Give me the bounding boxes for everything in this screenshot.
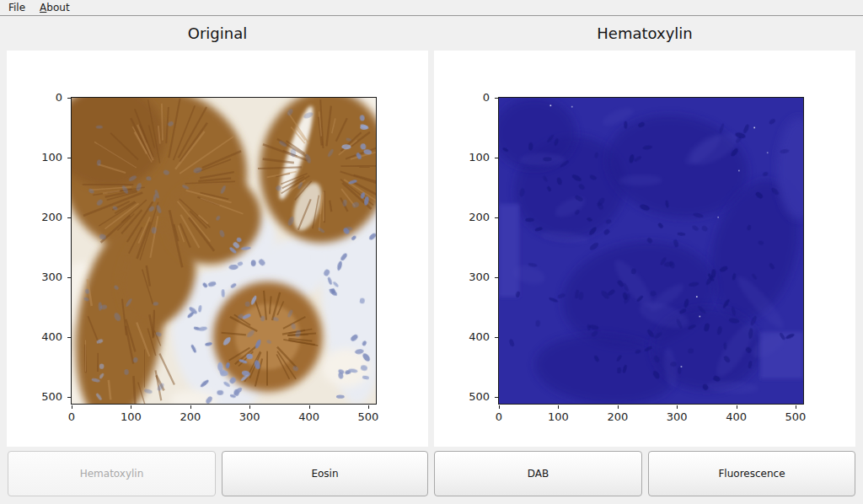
y-tick-label: 200 xyxy=(7,211,62,224)
button-dab[interactable]: DAB xyxy=(434,451,642,496)
x-tick-mark xyxy=(796,405,796,409)
figure-panel-original: 01002003004005000100200300400500 xyxy=(7,51,428,447)
y-tick-label: 300 xyxy=(7,271,62,284)
x-tick-mark xyxy=(618,405,619,409)
figure-title-hematoxylin: Hematoxylin xyxy=(434,24,855,42)
application-window: FileAbout Original Hematoxylin 010020030… xyxy=(0,0,863,504)
y-tick-mark xyxy=(495,277,498,278)
x-tick-mark xyxy=(249,405,250,409)
y-tick-label: 500 xyxy=(434,390,490,404)
y-tick-label: 0 xyxy=(7,91,62,105)
x-tick-mark xyxy=(72,405,72,409)
x-tick-label: 500 xyxy=(347,410,389,424)
figure-title-original: Original xyxy=(7,24,428,42)
button-eosin[interactable]: Eosin xyxy=(222,451,428,496)
x-tick-label: 100 xyxy=(110,410,152,424)
y-tick-mark xyxy=(495,158,498,158)
x-tick-mark xyxy=(368,405,369,409)
x-tick-label: 200 xyxy=(597,410,639,424)
y-tick-mark xyxy=(67,98,71,99)
y-tick-label: 500 xyxy=(7,390,62,404)
y-tick-label: 100 xyxy=(7,151,62,164)
x-tick-mark xyxy=(737,405,737,409)
button-fluorescence[interactable]: Fluorescence xyxy=(648,451,855,496)
x-tick-label: 400 xyxy=(716,410,758,424)
original-micrograph xyxy=(72,98,376,404)
x-tick-label: 300 xyxy=(228,410,271,424)
x-tick-mark xyxy=(558,405,559,409)
y-tick-mark xyxy=(67,397,71,398)
x-tick-mark xyxy=(131,405,131,409)
y-tick-mark xyxy=(495,397,498,398)
y-tick-label: 200 xyxy=(434,211,490,224)
y-tick-label: 300 xyxy=(434,271,490,284)
x-tick-label: 200 xyxy=(169,410,212,424)
y-tick-mark xyxy=(67,337,71,338)
button-hematoxylin[interactable]: Hematoxylin xyxy=(8,451,216,496)
x-tick-label: 300 xyxy=(656,410,698,424)
x-tick-mark xyxy=(499,405,500,409)
menu-bar: FileAbout xyxy=(0,0,863,16)
y-tick-label: 400 xyxy=(434,330,490,344)
x-tick-mark xyxy=(677,405,678,409)
y-tick-mark xyxy=(67,277,71,278)
plot-original: 01002003004005000100200300400500 xyxy=(7,51,428,447)
original-image-frame xyxy=(71,97,377,405)
y-tick-label: 0 xyxy=(434,91,490,105)
menu-item-about[interactable]: About xyxy=(40,0,70,15)
plot-hematoxylin: 01002003004005000100200300400500 xyxy=(434,51,855,447)
x-tick-mark xyxy=(190,405,191,409)
x-tick-label: 100 xyxy=(537,410,579,424)
x-tick-mark xyxy=(309,405,310,409)
x-tick-label: 0 xyxy=(478,410,520,424)
y-tick-mark xyxy=(495,337,498,338)
y-tick-mark xyxy=(67,158,71,158)
x-tick-label: 500 xyxy=(775,410,817,424)
y-tick-label: 100 xyxy=(434,151,490,164)
hematoxylin-image-frame xyxy=(498,97,804,405)
figure-panel-hematoxylin: 01002003004005000100200300400500 xyxy=(434,51,855,447)
y-tick-mark xyxy=(495,217,498,218)
x-tick-label: 400 xyxy=(288,410,330,424)
x-tick-label: 0 xyxy=(51,410,93,424)
menu-item-file[interactable]: File xyxy=(8,0,25,15)
hematoxylin-micrograph xyxy=(499,98,803,404)
y-tick-mark xyxy=(495,98,498,99)
y-tick-label: 400 xyxy=(7,330,62,344)
y-tick-mark xyxy=(67,217,71,218)
